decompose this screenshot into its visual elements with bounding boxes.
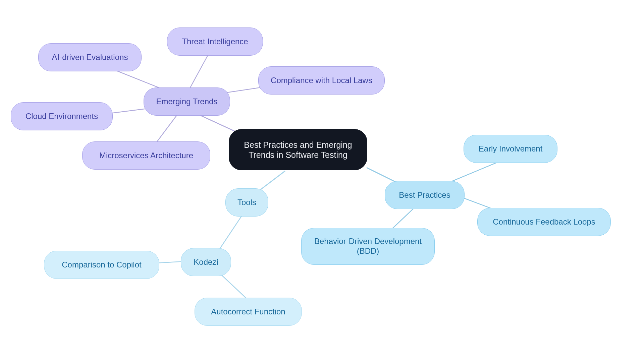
kodezi-label: Kodezi — [194, 257, 218, 267]
ai-evaluations-label: AI-driven Evaluations — [52, 53, 128, 62]
cloud-environments-node: Cloud Environments — [11, 102, 113, 130]
comparison-copilot-node: Comparison to Copilot — [44, 251, 159, 279]
feedback-loops-node: Continuous Feedback Loops — [477, 208, 611, 236]
tools-label: Tools — [237, 198, 256, 207]
compliance-label: Compliance with Local Laws — [271, 76, 372, 85]
compliance-node: Compliance with Local Laws — [258, 66, 385, 95]
mindmap-canvas: Best Practices and Emerging Trends in So… — [0, 0, 644, 363]
microservices-node: Microservices Architecture — [82, 141, 210, 170]
emerging-trends-label: Emerging Trends — [156, 97, 218, 107]
best-practices-node: Best Practices — [385, 181, 465, 209]
threat-intelligence-label: Threat Intelligence — [182, 37, 248, 47]
kodezi-node: Kodezi — [181, 248, 231, 276]
microservices-label: Microservices Architecture — [99, 151, 193, 161]
cloud-environments-label: Cloud Environments — [25, 112, 98, 121]
ai-evaluations-node: AI-driven Evaluations — [38, 43, 142, 71]
threat-intelligence-node: Threat Intelligence — [167, 27, 263, 56]
svg-line-11 — [218, 216, 241, 251]
central-label: Best Practices and Emerging Trends in So… — [238, 140, 358, 160]
early-involvement-node: Early Involvement — [464, 135, 557, 163]
best-practices-label: Best Practices — [399, 190, 450, 200]
bdd-label: Behavior-Driven Development (BDD) — [311, 237, 425, 256]
tools-node: Tools — [225, 188, 268, 217]
feedback-loops-label: Continuous Feedback Loops — [493, 217, 595, 227]
central-node: Best Practices and Emerging Trends in So… — [229, 129, 367, 170]
comparison-copilot-label: Comparison to Copilot — [62, 260, 141, 270]
autocorrect-node: Autocorrect Function — [195, 298, 302, 326]
early-involvement-label: Early Involvement — [479, 144, 543, 154]
svg-line-2 — [190, 52, 210, 89]
emerging-trends-node: Emerging Trends — [144, 87, 230, 116]
autocorrect-label: Autocorrect Function — [211, 307, 285, 317]
bdd-node: Behavior-Driven Development (BDD) — [301, 228, 435, 265]
